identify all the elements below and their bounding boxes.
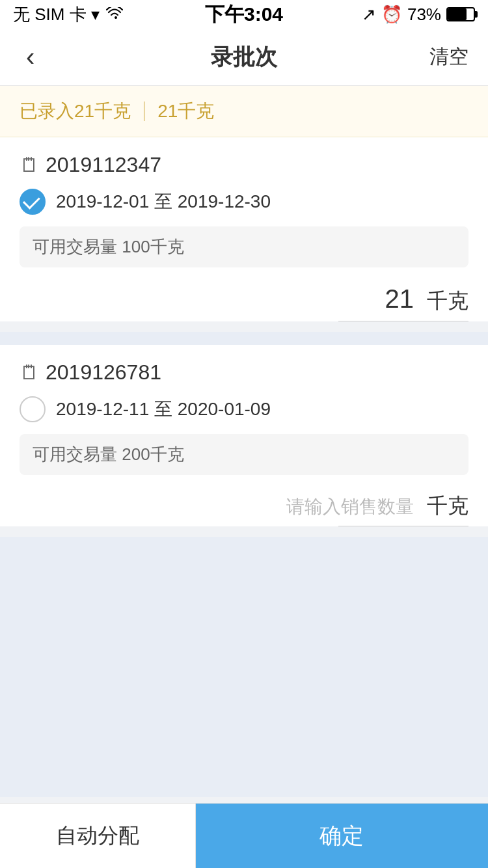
confirm-button[interactable]: 确定 bbox=[196, 804, 488, 868]
page-content: 🗒 2019112347 2019-12-01 至 2019-12-30 可用交… bbox=[0, 137, 488, 862]
back-button[interactable]: ‹ bbox=[20, 36, 41, 78]
batch-1-header: 🗒 2019112347 bbox=[0, 137, 488, 183]
nav-bar: ‹ 录批次 清空 bbox=[0, 29, 488, 86]
batch-1-radio[interactable] bbox=[20, 189, 46, 215]
batch-1-underline bbox=[338, 321, 468, 321]
batch-2-date: 2019-12-11 至 2020-01-09 bbox=[56, 397, 271, 422]
batch-2-input-placeholder: 请输入销售数量 bbox=[286, 495, 414, 519]
batch-2-id: 2019126781 bbox=[46, 360, 161, 385]
info-bar: 已录入21千克 21千克 bbox=[0, 86, 488, 137]
batch-2-header: 🗒 2019126781 bbox=[0, 345, 488, 391]
batch-1-amount-unit: 千克 bbox=[427, 287, 468, 316]
sim-label: 无 SIM 卡 ▾ bbox=[13, 3, 100, 26]
batch-1-amount-container: 21 千克 bbox=[0, 278, 488, 318]
batch-1-amount-value: 21 bbox=[385, 284, 414, 314]
alarm-icon: ⏰ bbox=[381, 5, 402, 25]
status-bar-time: 下午3:04 bbox=[205, 1, 283, 28]
batch-2-date-row[interactable]: 2019-12-11 至 2020-01-09 bbox=[0, 391, 488, 427]
empty-area bbox=[0, 537, 488, 797]
batch-1-icon: 🗒 bbox=[20, 154, 39, 176]
status-bar: 无 SIM 卡 ▾ 下午3:04 ↗ ⏰ 73% bbox=[0, 0, 488, 29]
batch-2-icon: 🗒 bbox=[20, 362, 39, 384]
recorded-amount-value: 21千克 bbox=[157, 99, 214, 124]
batch-card-2: 🗒 2019126781 2019-12-11 至 2020-01-09 可用交… bbox=[0, 345, 488, 526]
auto-distribute-button[interactable]: 自动分配 bbox=[0, 804, 196, 868]
page-title: 录批次 bbox=[211, 42, 277, 72]
batch-1-date: 2019-12-01 至 2019-12-30 bbox=[56, 189, 271, 214]
info-divider bbox=[144, 102, 144, 121]
battery-percent: 73% bbox=[407, 5, 441, 25]
wifi-icon bbox=[106, 5, 123, 25]
batch-1-available: 可用交易量 100千克 bbox=[20, 226, 468, 267]
batch-1-date-row[interactable]: 2019-12-01 至 2019-12-30 bbox=[0, 183, 488, 220]
batch-card-1: 🗒 2019112347 2019-12-01 至 2019-12-30 可用交… bbox=[0, 137, 488, 321]
batch-2-input-unit: 千克 bbox=[427, 492, 468, 521]
batch-2-radio[interactable] bbox=[20, 396, 46, 422]
clear-button[interactable]: 清空 bbox=[429, 44, 468, 70]
batch-2-available: 可用交易量 200千克 bbox=[20, 434, 468, 475]
section-separator-1 bbox=[0, 332, 488, 345]
batch-2-input-container[interactable]: 请输入销售数量 千克 bbox=[0, 485, 488, 523]
batch-2-underline bbox=[338, 526, 468, 526]
status-bar-left: 无 SIM 卡 ▾ bbox=[13, 3, 123, 26]
battery-icon bbox=[446, 7, 475, 21]
bottom-bar: 自动分配 确定 bbox=[0, 803, 488, 868]
location-icon: ↗ bbox=[362, 5, 376, 25]
batch-1-id: 2019112347 bbox=[46, 153, 161, 177]
recorded-amount-label: 已录入21千克 bbox=[20, 99, 131, 124]
status-bar-right: ↗ ⏰ 73% bbox=[362, 5, 475, 25]
